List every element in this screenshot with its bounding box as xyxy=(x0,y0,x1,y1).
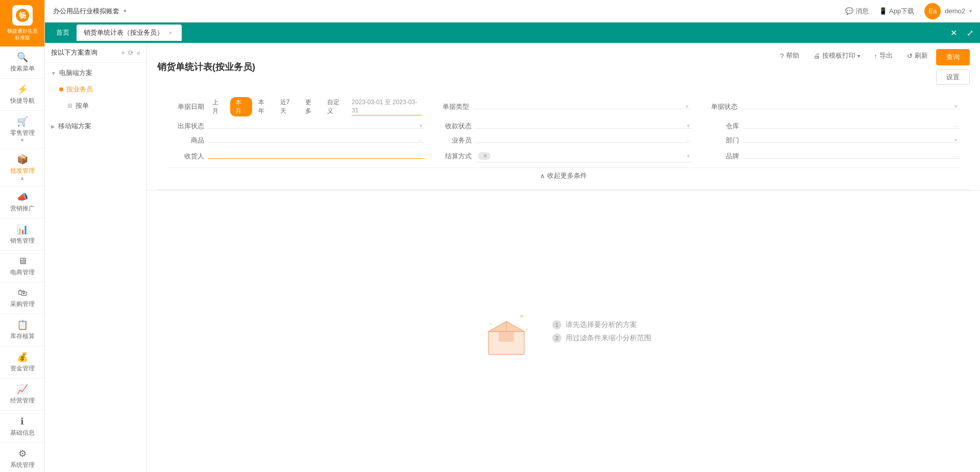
scheme-mobile-arrow-icon: ▶ xyxy=(51,124,55,129)
tab-close-button[interactable]: × xyxy=(166,29,175,37)
print-dropdown-icon: ▾ xyxy=(857,53,860,59)
svg-point-6 xyxy=(520,315,523,318)
tip-num-2: 2 xyxy=(552,334,561,343)
date-tab-custom[interactable]: 自定义 xyxy=(323,97,349,116)
tab-expand-button[interactable]: ⤢ xyxy=(964,27,976,39)
marketing-icon: 📣 xyxy=(17,192,28,203)
warehouse-ellipsis-icon: ··· xyxy=(953,123,958,129)
refresh-scheme-button[interactable]: ⟳ xyxy=(128,49,134,57)
salesman-control[interactable]: ··· xyxy=(476,138,692,143)
date-tab-7days[interactable]: 近7天 xyxy=(276,97,299,116)
expand-icon: ▼ xyxy=(20,137,25,143)
payment-label: 结算方式 xyxy=(435,152,476,161)
empty-illustration xyxy=(476,301,537,362)
sidebar-item-nav[interactable]: ⚡ 快捷导航 xyxy=(0,79,44,111)
date-tab-more[interactable]: 更多 xyxy=(301,97,321,116)
warehouse-control[interactable]: ··· xyxy=(743,124,960,129)
add-scheme-button[interactable]: + xyxy=(121,49,125,57)
receiver-control[interactable]: ··· xyxy=(208,154,425,159)
scheme-by-order[interactable]: ⊞ 按单 xyxy=(45,98,146,114)
filter-row-1: 单据日期 上月 本月 本年 近7天 更多 自定义 2023-03-01 至 20… xyxy=(167,97,960,116)
search-icon: 🔍 xyxy=(17,52,28,63)
sidebar-item-inventory[interactable]: 📋 库存核算 xyxy=(0,314,44,346)
dept-control[interactable]: ▾ xyxy=(743,138,960,143)
brand-control[interactable]: ··· xyxy=(743,154,960,159)
message-action[interactable]: 💬 消息 xyxy=(845,7,869,16)
tip-num-1: 1 xyxy=(552,320,561,329)
collapse-up-icon: ∧ xyxy=(540,172,545,180)
out-label: 出库状态 xyxy=(167,122,208,131)
left-panel-header: 按以下方案查询 + ⟳ « xyxy=(45,43,146,63)
query-button[interactable]: 查询 xyxy=(936,49,970,65)
user-dropdown-icon: ▾ xyxy=(969,8,972,14)
sidebar-item-label: 搜索菜单 xyxy=(10,64,35,73)
help-icon: ? xyxy=(780,52,783,60)
date-tab-this-month[interactable]: 本月 xyxy=(230,97,252,116)
type-label: 单据类型 xyxy=(432,102,473,111)
inventory-icon: 📋 xyxy=(17,319,28,331)
receiver-label: 收货人 xyxy=(167,152,208,161)
basics-icon: ℹ xyxy=(20,416,24,427)
tip-text-2: 用过滤条件来缩小分析范围 xyxy=(566,334,651,343)
receipt-control[interactable]: ▾ xyxy=(476,124,692,129)
app-icon: 📱 xyxy=(879,7,887,15)
tab-close-window-button[interactable]: ✕ xyxy=(947,27,960,39)
sidebar-item-wholesale[interactable]: 📦 批发管理 ▲ xyxy=(0,149,44,186)
sidebar-item-label: 电商管理 xyxy=(10,268,35,277)
user-action[interactable]: Ea demo2 ▾ xyxy=(924,3,972,19)
app-download-action[interactable]: 📱 App下载 xyxy=(879,7,914,16)
sidebar-item-marketing[interactable]: 📣 营销推广 xyxy=(0,186,44,219)
export-button[interactable]: ↑ 导出 xyxy=(870,49,897,62)
scheme-mobile-header[interactable]: ▶ 移动端方案 xyxy=(45,118,146,134)
date-range-value[interactable]: 2023-03-01 至 2023-03-31 xyxy=(352,98,422,115)
active-tab-label: 销货单统计表（按业务员） xyxy=(84,28,163,37)
logo-text: 畅捷通好生意 xyxy=(7,28,38,34)
print-button[interactable]: 🖨 按模板打印 ▾ xyxy=(810,49,864,62)
refresh-label: 刷新 xyxy=(915,51,928,60)
payment-tag-close-icon[interactable]: ✕ xyxy=(483,153,487,159)
sidebar-item-label: 批发管理 xyxy=(10,167,35,175)
refresh-icon: ↺ xyxy=(907,52,913,60)
scheme-desktop-header[interactable]: ▼ 电脑端方案 xyxy=(45,65,146,81)
sidebar-item-operations[interactable]: 📈 经营管理 xyxy=(0,379,44,411)
sidebar-item-purchase[interactable]: 🛍 采购管理 xyxy=(0,282,44,314)
collapse-panel-button[interactable]: « xyxy=(137,49,140,57)
out-dropdown-icon: ▾ xyxy=(420,123,423,129)
date-tab-this-year[interactable]: 本年 xyxy=(254,97,274,116)
status-label: 单据状态 xyxy=(701,102,742,111)
out-control[interactable]: ▾ xyxy=(208,124,425,129)
message-icon: 💬 xyxy=(845,7,853,15)
goods-control[interactable]: ··· xyxy=(208,138,425,143)
tab-home[interactable]: 首页 xyxy=(49,25,77,41)
payment-tag[interactable]: ✕ xyxy=(478,152,491,160)
scheme-group-mobile: ▶ 移动端方案 xyxy=(45,116,146,136)
sidebar-item-system[interactable]: ⚙ 系统管理 xyxy=(0,443,44,472)
help-button[interactable]: ? 帮助 xyxy=(776,49,803,62)
sidebar-item-search[interactable]: 🔍 搜索菜单 xyxy=(0,46,44,79)
left-panel: 按以下方案查询 + ⟳ « ▼ 电脑端方案 按业务员 ⊞ 按单 xyxy=(45,43,147,472)
goods-ellipsis-icon: ··· xyxy=(418,137,423,144)
retail-icon: 🛒 xyxy=(17,116,28,127)
scheme-by-salesman[interactable]: 按业务员 xyxy=(45,81,146,98)
sidebar-item-label: 销售管理 xyxy=(10,237,35,245)
dropdown-arrow-icon[interactable]: ▾ xyxy=(124,8,127,14)
sidebar-item-sales[interactable]: 📊 销售管理 xyxy=(0,219,44,251)
sidebar-item-retail[interactable]: 🛒 零售管理 ▼ xyxy=(0,111,44,149)
expand-icon: ▲ xyxy=(20,175,25,181)
receiver-ellipsis-icon: ··· xyxy=(418,153,423,159)
filter-area: 单据日期 上月 本月 本年 近7天 更多 自定义 2023-03-01 至 20… xyxy=(157,91,970,190)
type-control[interactable]: ▾ xyxy=(473,105,691,109)
setting-button[interactable]: 设置 xyxy=(936,69,970,85)
refresh-button[interactable]: ↺ 刷新 xyxy=(903,49,932,62)
date-group: 上月 本月 本年 近7天 更多 自定义 2023-03-01 至 2023-03… xyxy=(208,97,422,116)
status-control[interactable]: ▾ xyxy=(742,105,960,109)
collapse-button[interactable]: ∧ 收起更多条件 xyxy=(167,168,960,183)
sidebar-item-basics[interactable]: ℹ 基础信息 xyxy=(0,411,44,443)
sidebar-item-ecommerce[interactable]: 🖥 电商管理 xyxy=(0,251,44,282)
date-tab-last-month[interactable]: 上月 xyxy=(208,97,228,116)
warehouse-label: 仓库 xyxy=(702,122,743,131)
sidebar-item-finance[interactable]: 💰 资金管理 xyxy=(0,346,44,379)
logo: 畅 畅捷通好生意 标准版 xyxy=(0,0,44,46)
payment-control[interactable]: ✕ ▾ xyxy=(476,150,692,162)
tab-active[interactable]: 销货单统计表（按业务员） × xyxy=(77,25,182,41)
